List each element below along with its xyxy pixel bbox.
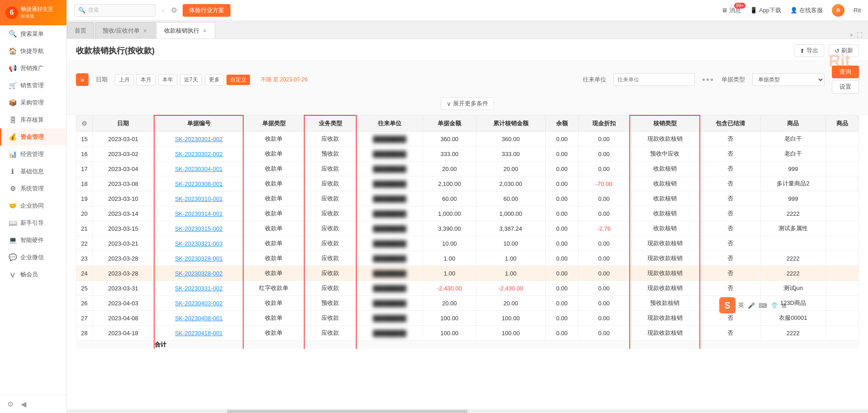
tab-close-all-icon[interactable]: × (849, 32, 853, 38)
cell-doc-no[interactable]: SK-20230302-002 (154, 147, 244, 161)
cell-doc-no[interactable]: SK-20230314-001 (154, 206, 244, 221)
cell-partner: ████████ (356, 281, 423, 296)
cell-doc-type: 收款单 (243, 191, 304, 206)
cell-doc-no[interactable]: SK-20230321-003 (154, 236, 244, 251)
table-row: 15 2023-03-01 SK-20230301-002 收款单 应收款 ██… (76, 132, 859, 147)
table-row: 20 2023-03-14 SK-20230314-001 收款单 应收款 ██… (76, 206, 859, 221)
cell-amount: 360.00 (423, 132, 476, 147)
sidebar-item-system[interactable]: ⚙ 系统管理 (0, 180, 66, 197)
last-7days-btn[interactable]: 近7天 (180, 74, 202, 85)
cell-doc-no[interactable]: SK-20230328-002 (154, 266, 244, 281)
cell-doc-no[interactable]: SK-20230408-001 (154, 311, 244, 326)
cell-cash-discount: 0.00 (578, 311, 630, 326)
sidebar-item-capital[interactable]: 💰 资金管理 (0, 128, 66, 146)
cell-goods: 2222 (760, 266, 826, 281)
cell-doc-no[interactable]: SK-20230328-001 (154, 251, 244, 266)
cell-write-off-type: 现款收款核销 (630, 251, 700, 266)
sidebar-item-quick-nav[interactable]: 🏠 快捷导航 (0, 43, 66, 60)
cell-date: 2023-03-14 (93, 206, 154, 221)
doc-type-select[interactable]: 单据类型 收款单 (753, 74, 824, 85)
last-month-btn[interactable]: 上月 (115, 74, 134, 85)
col-gear[interactable]: ⚙ (76, 115, 93, 132)
topbar-gear-icon[interactable]: ⚙ (171, 6, 177, 14)
expand-more-button[interactable]: ∨ 展开更多条件 (441, 97, 494, 110)
sidebar-collapse-icon[interactable]: ◀ (21, 400, 26, 408)
export-button[interactable]: ⬆ 导出 (794, 44, 824, 57)
cell-goods: 2222 (760, 206, 826, 221)
cell-doc-no[interactable]: SK-20230308-001 (154, 176, 244, 191)
tab-prepay[interactable]: 预收/应收付单× (95, 22, 156, 38)
sidebar-item-purchase[interactable]: 📦 采购管理 (0, 94, 66, 111)
cell-doc-no[interactable]: SK-20230315-002 (154, 221, 244, 236)
footer-doc-no: 合计 (154, 341, 244, 349)
sidebar-item-member[interactable]: V 畅会员 (0, 266, 66, 283)
cell-date: 2023-03-15 (93, 221, 154, 236)
cell-doc-no[interactable]: SK-20230331-002 (154, 281, 244, 296)
app-download-item[interactable]: 📱 App下载 (750, 6, 781, 14)
cell-cumulative: 2,030.00 (476, 176, 545, 191)
cell-goods2 (826, 236, 859, 251)
table-scroll-thumb[interactable] (227, 410, 467, 413)
tab-receipt-exec[interactable]: 收款核销执行× (156, 22, 215, 38)
partner-filter-input[interactable] (613, 73, 695, 86)
filter-toggle-button[interactable]: » (76, 73, 89, 86)
more-dates-btn[interactable]: 更多 (205, 74, 224, 85)
cell-seq: 21 (76, 221, 93, 236)
sidebar-item-wechat[interactable]: 💬 企业微信 (0, 249, 66, 266)
tab-home[interactable]: 首页 (67, 22, 94, 38)
topbar-search-box[interactable]: 🔍 搜索 (74, 4, 156, 17)
this-month-btn[interactable]: 本月 (137, 74, 156, 85)
cell-date: 2023-03-04 (93, 161, 154, 176)
sidebar-item-sales[interactable]: 🛒 销售管理 (0, 77, 66, 94)
partner-filter-label: 往来单位 (583, 76, 606, 84)
sidebar-item-enterprise[interactable]: 🤝 企业协同 (0, 197, 66, 214)
cell-goods: 衣服00001 (760, 311, 826, 326)
sidebar-item-search[interactable]: 🔍 搜索菜单 (0, 25, 66, 43)
tab-close-prepay[interactable]: × (142, 27, 148, 34)
custom-date-btn[interactable]: 自定义 (226, 75, 250, 85)
table-row: 23 2023-03-28 SK-20230328-001 收款单 应收款 ██… (76, 251, 859, 266)
cell-goods: 老白干 (760, 132, 826, 147)
cell-doc-no[interactable]: SK-20230301-002 (154, 132, 244, 147)
sidebar-icon-inventory: 🗄 (9, 116, 17, 124)
user-avatar[interactable]: R (832, 4, 844, 17)
tab-maximize-icon[interactable]: ⛶ (857, 32, 863, 38)
export-icon: ⬆ (800, 47, 805, 54)
tab-close-receipt-exec[interactable]: × (202, 27, 208, 34)
sidebar-icon-purchase: 📦 (9, 99, 17, 107)
cell-include-settled: 否 (700, 326, 760, 341)
table-gear-icon[interactable]: ⚙ (81, 120, 87, 127)
sidebar-item-marketing[interactable]: 📢 营销推广 (0, 60, 66, 77)
cell-date: 2023-04-03 (93, 296, 154, 311)
cell-doc-no[interactable]: SK-20230403-002 (154, 296, 244, 311)
sidebar-settings-icon[interactable]: ⚙ (7, 400, 14, 408)
sidebar-item-inventory[interactable]: 🗄 库存核算 (0, 111, 66, 128)
cell-doc-no[interactable]: SK-20230310-001 (154, 191, 244, 206)
sidebar-item-operations[interactable]: 📊 经营管理 (0, 146, 66, 163)
cell-include-settled: 否 (700, 161, 760, 176)
sidebar-item-guide[interactable]: 📖 新手引导 (0, 214, 66, 232)
this-year-btn[interactable]: 本年 (158, 74, 177, 85)
cell-biz-type: 应收款 (304, 132, 356, 147)
cell-doc-no[interactable]: SK-20230304-001 (154, 161, 244, 176)
cell-seq: 28 (76, 326, 93, 341)
cell-balance: 0.00 (545, 221, 578, 236)
cell-doc-type: 收款单 (243, 206, 304, 221)
industry-solution-button[interactable]: 体验行业方案 (183, 4, 231, 17)
cell-date: 2023-03-28 (93, 251, 154, 266)
cell-balance: 0.00 (545, 281, 578, 296)
cell-goods2 (826, 266, 859, 281)
filter-settings-button[interactable]: 设置 (832, 80, 859, 94)
cell-biz-type: 应收款 (304, 176, 356, 191)
online-support-item[interactable]: 👤 在线客服 (790, 6, 823, 14)
sidebar-item-smart-hw[interactable]: 💻 智能硬件 (0, 232, 66, 249)
cell-doc-no[interactable]: SK-20230418-001 (154, 326, 244, 341)
cell-seq: 19 (76, 191, 93, 206)
sidebar-item-basic-info[interactable]: ℹ 基础信息 (0, 163, 66, 180)
table-row: 22 2023-03-21 SK-20230321-003 收款单 应收款 ██… (76, 236, 859, 251)
message-badge[interactable]: 🖥 消息 99+ (722, 6, 741, 14)
sidebar-icon-capital: 💰 (9, 133, 17, 141)
cell-balance: 0.00 (545, 147, 578, 161)
cell-doc-type: 收款单 (243, 132, 304, 147)
rit-text-overlay: Rit (829, 52, 850, 71)
